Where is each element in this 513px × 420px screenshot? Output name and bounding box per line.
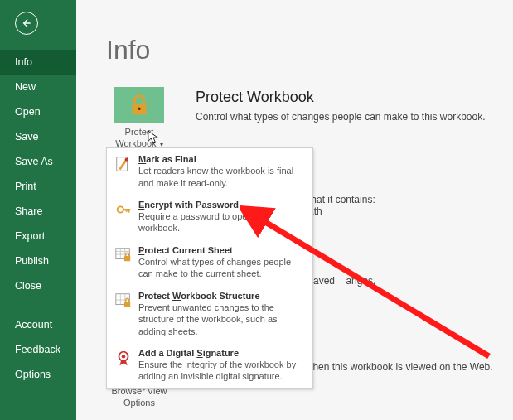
svg-point-1 xyxy=(138,107,141,110)
button-label: Browser View Options xyxy=(106,386,172,409)
nav-close[interactable]: Close xyxy=(0,273,76,298)
menu-desc: Let readers know the workbook is final a… xyxy=(138,166,293,187)
lock-icon xyxy=(114,87,164,123)
protect-heading: Protect Workbook xyxy=(196,89,513,106)
svg-rect-14 xyxy=(124,256,130,261)
manage-fragment: saved anges. xyxy=(308,275,375,287)
nav-print[interactable]: Print xyxy=(0,174,76,199)
nav-feedback[interactable]: Feedback xyxy=(0,337,76,362)
protect-workbook-button[interactable]: Protect Workbook ▾ xyxy=(106,87,172,150)
nav-label: Share xyxy=(15,205,42,217)
nav-separator xyxy=(10,307,66,307)
protect-structure-icon xyxy=(114,291,133,311)
svg-point-18 xyxy=(122,355,126,359)
nav-options[interactable]: Options xyxy=(0,362,76,387)
protect-workbook-menu: Mark as Final Let readers know the workb… xyxy=(106,147,313,389)
menu-mark-as-final[interactable]: Mark as Final Let readers know the workb… xyxy=(107,148,312,194)
menu-protect-workbook-structure[interactable]: Protect Workbook Structure Prevent unwan… xyxy=(107,285,312,342)
encrypt-icon xyxy=(114,200,133,220)
nav-label: Print xyxy=(15,181,36,192)
menu-encrypt-with-password[interactable]: Encrypt with Password Require a password… xyxy=(107,194,312,239)
nav-label: Export xyxy=(15,230,45,242)
back-arrow-icon xyxy=(21,17,32,29)
menu-add-digital-signature[interactable]: Add a Digital Signature Ensure the integ… xyxy=(107,342,312,388)
svg-rect-12 xyxy=(126,209,128,212)
menu-desc: Prevent unwanted changes to the structur… xyxy=(138,302,278,336)
nav-label: Account xyxy=(15,319,52,331)
svg-rect-16 xyxy=(124,302,130,307)
mark-final-icon xyxy=(114,154,133,174)
nav-share[interactable]: Share xyxy=(0,199,76,224)
nav-label: Options xyxy=(15,369,51,380)
nav-label: Open xyxy=(15,106,41,118)
nav-info[interactable]: Info xyxy=(0,50,76,75)
nav-label: Publish xyxy=(15,255,49,267)
back-button[interactable] xyxy=(15,12,38,35)
page-title: Info xyxy=(106,35,513,65)
menu-desc: Control what types of changes people can… xyxy=(138,257,291,278)
menu-protect-current-sheet[interactable]: Protect Current Sheet Control what types… xyxy=(107,239,312,285)
svg-point-9 xyxy=(118,206,123,212)
nav-new[interactable]: New xyxy=(0,75,76,99)
inspect-fragment: that it contains: ath xyxy=(308,194,375,217)
svg-point-8 xyxy=(125,157,128,161)
svg-rect-11 xyxy=(128,209,130,213)
nav-open[interactable]: Open xyxy=(0,99,76,124)
menu-desc: Require a password to open this workbook… xyxy=(138,211,269,233)
button-label: Protect Workbook ▾ xyxy=(106,127,172,150)
section-protect-workbook: Protect Workbook ▾ Protect Workbook Cont… xyxy=(106,87,513,150)
nav-label: Save As xyxy=(15,156,53,167)
protect-sheet-icon xyxy=(114,245,133,265)
cursor-icon xyxy=(148,130,159,145)
nav-label: New xyxy=(15,81,36,93)
nav-label: Feedback xyxy=(15,344,60,355)
backstage-sidebar: Info New Open Save Save As Print Share E… xyxy=(0,0,76,420)
signature-icon xyxy=(114,348,133,368)
nav-publish[interactable]: Publish xyxy=(0,249,76,273)
protect-description: Control what types of changes people can… xyxy=(196,111,513,123)
nav-label: Info xyxy=(15,56,32,68)
nav-label: Close xyxy=(15,280,41,292)
nav-save[interactable]: Save xyxy=(0,124,76,149)
nav-export[interactable]: Export xyxy=(0,224,76,249)
menu-desc: Ensure the integrity of the workbook by … xyxy=(138,360,296,381)
nav-label: Save xyxy=(15,131,39,142)
nav-save-as[interactable]: Save As xyxy=(0,149,76,174)
nav-account[interactable]: Account xyxy=(0,312,76,337)
